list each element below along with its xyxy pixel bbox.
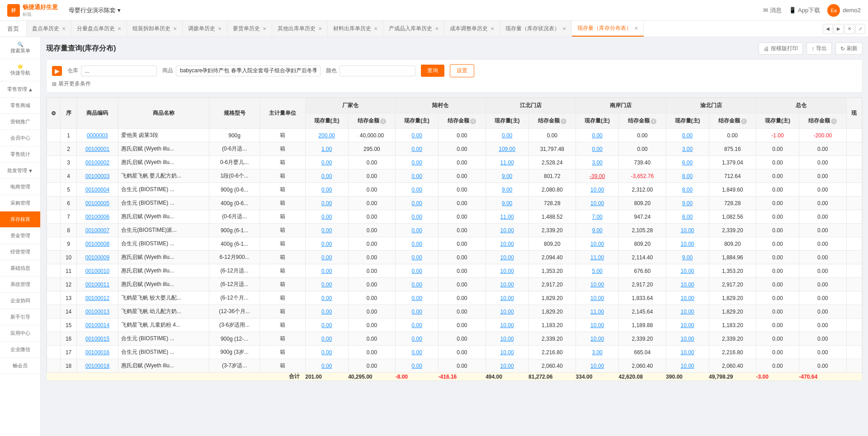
expand-arrow-btn[interactable]: ▶ bbox=[52, 66, 62, 76]
cell-na-qty: 11.00 bbox=[576, 251, 619, 264]
th-current: 现 bbox=[846, 98, 862, 129]
cell-na-amt: 809.20 bbox=[619, 237, 666, 251]
sidebar-item-member[interactable]: 会员中心 bbox=[0, 130, 40, 146]
tab-item-4[interactable]: 要货单历史 ✕ bbox=[227, 21, 272, 37]
table-row: 8 00100007 合生元(BIOSTIME)派... 900g (6-1..… bbox=[47, 224, 862, 237]
cell-settings bbox=[47, 319, 61, 332]
cell-total-qty: 0.00 bbox=[756, 251, 799, 264]
cell-cf-amt: 0.00 bbox=[348, 278, 396, 291]
tab-close-9[interactable]: ✕ bbox=[562, 26, 566, 31]
cell-jb-amt: 2,094.40 bbox=[528, 251, 576, 264]
total-amt-info[interactable]: i bbox=[831, 118, 837, 124]
tab-item-3[interactable]: 调拨单历史 ✕ bbox=[183, 21, 227, 37]
color-input[interactable] bbox=[340, 66, 415, 76]
sidebar-item-collab[interactable]: 企业协同 bbox=[0, 293, 40, 309]
sidebar-item-retail-mall[interactable]: 零售商城 bbox=[0, 98, 40, 114]
tab-item-2[interactable]: 组装拆卸单历史 ✕ bbox=[127, 21, 183, 37]
jb-amt-info[interactable]: i bbox=[561, 118, 566, 124]
tab-next-btn[interactable]: ▶ bbox=[834, 24, 844, 34]
yb-amt-info[interactable]: i bbox=[741, 118, 747, 124]
table-row: 16 00100015 合生元 (BIOSTIME) ... 900g (12-… bbox=[47, 332, 862, 346]
cell-total-qty: 0.00 bbox=[756, 142, 799, 156]
cell-settings bbox=[47, 291, 61, 305]
tab-close-2[interactable]: ✕ bbox=[173, 26, 177, 31]
cell-cf-amt: 0.00 bbox=[348, 291, 396, 305]
na-amt-info[interactable]: i bbox=[651, 118, 656, 124]
print-btn[interactable]: 🖨 按模版打印 bbox=[759, 42, 803, 55]
sidebar-item-apps[interactable]: 应用中心 bbox=[0, 325, 40, 342]
cell-jb-qty: 0.00 bbox=[486, 129, 528, 142]
message-btn[interactable]: ✉ 消息 bbox=[763, 6, 782, 14]
cell-idx: 11 bbox=[61, 264, 77, 278]
cell-na-amt: 739.40 bbox=[619, 156, 666, 169]
tab-item-6[interactable]: 材料出库单历史 ✕ bbox=[328, 21, 383, 37]
tab-close-all-btn[interactable]: ✕ bbox=[844, 24, 854, 34]
cell-na-amt: 2,917.20 bbox=[619, 278, 666, 291]
tab-close-0[interactable]: ✕ bbox=[62, 26, 66, 31]
sidebar-item-wechat[interactable]: 企业微信 bbox=[0, 342, 40, 358]
tab-close-3[interactable]: ✕ bbox=[218, 26, 222, 31]
sidebar-item-purchase[interactable]: 采购管理 bbox=[0, 195, 40, 211]
sidebar-item-basic[interactable]: 基础信息 bbox=[0, 260, 40, 277]
tab-item-5[interactable]: 其他出库单历史 ✕ bbox=[272, 21, 328, 37]
tab-close-1[interactable]: ✕ bbox=[118, 26, 121, 31]
cell-unit: 箱 bbox=[260, 237, 305, 251]
export-btn[interactable]: ↑ 导出 bbox=[807, 42, 832, 55]
sidebar-item-wholesale[interactable]: 批发管理 ▼ bbox=[0, 163, 40, 179]
tab-item-9[interactable]: 现存量（库存状况表） ✕ bbox=[500, 21, 572, 37]
cell-total-amt: 0.00 bbox=[799, 264, 846, 278]
tab-item-8[interactable]: 成本调整单历史 ✕ bbox=[444, 21, 500, 37]
sidebar-item-ecommerce[interactable]: 电商管理 bbox=[0, 179, 40, 195]
cell-total-amt: 0.00 bbox=[799, 197, 846, 210]
nav-selector[interactable]: 母婴行业演示陈套 ▾ bbox=[69, 6, 121, 14]
cell-total-amt: 0.00 bbox=[799, 332, 846, 346]
sidebar-item-operation[interactable]: 经营管理 bbox=[0, 244, 40, 260]
sidebar-item-retail-stats[interactable]: 零售统计 bbox=[0, 146, 40, 163]
table-row: 18 00100018 惠氏启赋 (Wyeth illu... (3-7岁适..… bbox=[47, 359, 862, 373]
sidebar-item-search[interactable]: 🔍 搜索英单 bbox=[0, 37, 40, 59]
expand-more-btn[interactable]: ⊞ 展开更多条件 bbox=[52, 80, 91, 88]
sidebar-item-retail-manage[interactable]: 零售管理 ▲ bbox=[0, 81, 40, 98]
sidebar-item-guide[interactable]: 新手引导 bbox=[0, 309, 40, 325]
cell-spec: (6-12个月... bbox=[209, 291, 259, 305]
tab-close-8[interactable]: ✕ bbox=[491, 26, 494, 31]
cell-current bbox=[846, 264, 862, 278]
cell-lc-qty: 0.00 bbox=[396, 183, 439, 197]
tab-item-1[interactable]: 分量盘点单历史 ✕ bbox=[71, 21, 127, 37]
goods-input[interactable] bbox=[176, 66, 321, 76]
tab-close-5[interactable]: ✕ bbox=[318, 26, 322, 31]
sidebar-item-system[interactable]: 系统管理 bbox=[0, 277, 40, 293]
sidebar-item-vip[interactable]: 畅会员 bbox=[0, 358, 40, 374]
cell-cf-amt: 0.00 bbox=[348, 156, 396, 169]
tab-prev-btn[interactable]: ◀ bbox=[823, 24, 833, 34]
query-btn[interactable]: 查询 bbox=[421, 65, 444, 77]
sidebar-item-inventory[interactable]: 库存核算 bbox=[0, 211, 40, 228]
refresh-icon: ↻ bbox=[840, 46, 845, 52]
cell-current bbox=[846, 197, 862, 210]
cell-yb-amt: 0.00 bbox=[709, 129, 756, 142]
settings-btn[interactable]: 设置 bbox=[450, 64, 474, 77]
refresh-btn[interactable]: ↻ 刷新 bbox=[835, 42, 863, 55]
tab-close-10[interactable]: ✕ bbox=[634, 26, 638, 31]
tab-item-0[interactable]: 盘点单历史 ✕ bbox=[27, 21, 71, 37]
tab-item-7[interactable]: 产成品入库单历史 ✕ bbox=[383, 21, 444, 37]
cell-total-amt: 0.00 bbox=[799, 210, 846, 224]
cell-cf-amt: 0.00 bbox=[348, 359, 396, 373]
warehouse-input[interactable] bbox=[81, 66, 157, 76]
tab-item-10[interactable]: 现存量（库存分布表） ✕ bbox=[572, 21, 644, 37]
tab-close-4[interactable]: ✕ bbox=[263, 26, 266, 31]
tab-close-7[interactable]: ✕ bbox=[435, 26, 439, 31]
cell-lc-amt: 0.00 bbox=[439, 183, 486, 197]
cell-current bbox=[846, 142, 862, 156]
lc-amt-info[interactable]: i bbox=[470, 118, 476, 124]
app-download-btn[interactable]: 📱 App下载 bbox=[789, 6, 820, 14]
tab-fullscreen-btn[interactable]: ⤢ bbox=[855, 24, 865, 34]
sidebar-item-marketing[interactable]: 营销推广 bbox=[0, 114, 40, 130]
cf-amt-info[interactable]: i bbox=[380, 118, 386, 124]
sidebar-item-nav[interactable]: ⭐ 快捷导航 bbox=[0, 59, 40, 81]
sidebar-item-finance[interactable]: 资金管理 bbox=[0, 228, 40, 244]
user-area[interactable]: Ea demo2 bbox=[827, 4, 861, 17]
tab-home[interactable]: 首页 bbox=[0, 21, 27, 37]
cell-spec: 6-12月900... bbox=[209, 251, 259, 264]
tab-close-6[interactable]: ✕ bbox=[374, 26, 377, 31]
